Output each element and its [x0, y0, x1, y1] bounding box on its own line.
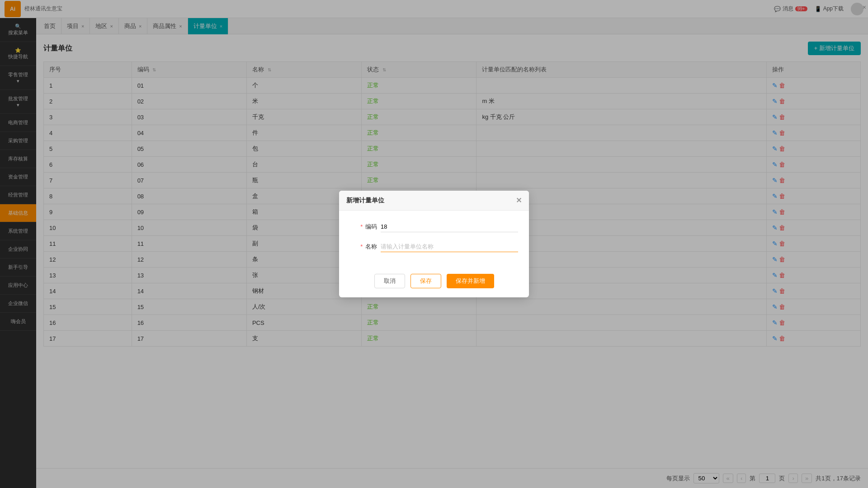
modal-overlay: 新增计量单位 ✕ * 编码 * 名称 取消 保存 保存并新增: [0, 0, 868, 488]
modal-footer: 取消 保存 保存并新增: [339, 268, 529, 297]
required-star-code: *: [360, 223, 363, 230]
required-star-name: *: [360, 243, 363, 250]
code-field-row: * 编码: [350, 221, 518, 232]
cancel-button[interactable]: 取消: [374, 274, 405, 288]
code-input[interactable]: [381, 221, 518, 232]
modal-header: 新增计量单位 ✕: [339, 191, 529, 211]
code-label: * 编码: [350, 223, 377, 231]
save-and-new-button[interactable]: 保存并新增: [447, 274, 494, 288]
add-unit-modal: 新增计量单位 ✕ * 编码 * 名称 取消 保存 保存并新增: [339, 191, 529, 297]
name-input[interactable]: [381, 241, 518, 252]
modal-title: 新增计量单位: [346, 197, 384, 205]
save-button[interactable]: 保存: [410, 274, 441, 288]
modal-body: * 编码 * 名称: [339, 211, 529, 268]
name-field-row: * 名称: [350, 241, 518, 252]
name-label: * 名称: [350, 243, 377, 251]
modal-close-button[interactable]: ✕: [516, 196, 522, 205]
